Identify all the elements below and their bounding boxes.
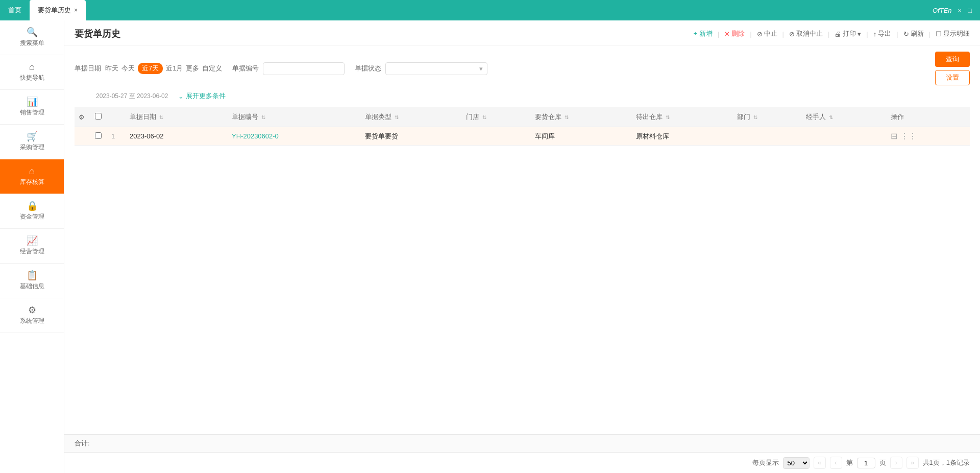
delete-label: 删除	[731, 29, 745, 38]
col-req-wh-label: 要货仓库	[535, 113, 561, 121]
sidebar-item-sales[interactable]: 📊 销售管理	[0, 90, 64, 125]
sidebar-item-basics-label: 基础信息	[20, 282, 44, 291]
sidebar-item-inventory-label: 库存核算	[20, 178, 44, 186]
col-handler-label: 经手人	[806, 113, 826, 121]
sidebar-item-quick-nav[interactable]: ⌂ 快捷导航	[0, 55, 64, 90]
col-settings[interactable]: ⚙	[75, 107, 91, 127]
cancel-suspend-button[interactable]: ⊘ 取消中止	[789, 29, 823, 38]
sidebar-item-sales-label: 销售管理	[20, 108, 44, 117]
date-shortcuts: 昨天 今天 近7天 近1月 更多 自定义	[105, 63, 222, 74]
doc-number-input[interactable]	[263, 62, 345, 75]
col-req-warehouse[interactable]: 要货仓库 ⇅	[531, 107, 632, 127]
export-button[interactable]: ↑ 导出	[873, 29, 892, 38]
table-footer-summary: 合计:	[64, 434, 980, 452]
col-doc-type[interactable]: 单据类型 ⇅	[361, 107, 462, 127]
cell-req-warehouse: 车间库	[531, 127, 632, 146]
tab-requisition-history[interactable]: 要货单历史 ×	[30, 0, 86, 20]
col-date[interactable]: 单据日期 ⇅	[126, 107, 228, 127]
sidebar-item-system[interactable]: ⚙ 系统管理	[0, 298, 64, 333]
often-label[interactable]: OfTEn	[933, 7, 952, 14]
window-maximize-icon[interactable]: □	[968, 7, 972, 14]
filter-row-2: 2023-05-27 至 2023-06-02 ⌄ 展开更多条件	[75, 89, 970, 103]
prev-page-button[interactable]: ‹	[830, 457, 842, 469]
col-pending-warehouse[interactable]: 待出仓库 ⇅	[632, 107, 733, 127]
tab-list: 首页 要货单历史 ×	[0, 0, 86, 20]
sidebar-item-finance[interactable]: 🔒 资金管理	[0, 194, 64, 229]
doc-number-filter-group: 单据编号	[232, 62, 345, 75]
delete-button[interactable]: ✕ 删除	[724, 29, 745, 38]
last-page-button[interactable]: »	[906, 457, 919, 469]
date-last7days[interactable]: 近7天	[138, 63, 163, 74]
date-custom[interactable]: 自定义	[202, 64, 222, 73]
row-checkbox[interactable]	[95, 132, 102, 139]
table-body: 1 2023-06-02 YH-20230602-0 要货单要货 车间库 原材料…	[75, 127, 970, 146]
date-more[interactable]: 更多	[186, 64, 199, 73]
pagination: 每页显示 50 100 200 « ‹ 第 页 › » 共1页，1条记录	[64, 452, 980, 473]
col-handler[interactable]: 经手人 ⇅	[802, 107, 887, 127]
operation-icons: ⊟ ⋮⋮	[891, 131, 966, 141]
next-page-button[interactable]: ›	[890, 457, 902, 469]
sidebar-item-search[interactable]: 🔍 搜索菜单	[0, 20, 64, 55]
cell-doc-no: YH-20230602-0	[228, 127, 361, 146]
date-filter-group: 单据日期 昨天 今天 近7天 近1月 更多 自定义	[75, 63, 222, 74]
cell-date: 2023-06-02	[126, 127, 228, 146]
more-icon[interactable]: ⋮⋮	[900, 131, 917, 141]
export-label: 导出	[878, 29, 891, 38]
sidebar-item-purchase[interactable]: 🛒 采购管理	[0, 125, 64, 159]
sort-pendingwh-icon: ⇅	[666, 114, 670, 120]
show-detail-icon: ☐	[936, 30, 942, 38]
col-op-label: 操作	[891, 113, 904, 121]
first-page-button[interactable]: «	[814, 457, 826, 469]
refresh-icon: ↻	[903, 30, 909, 38]
select-all-checkbox[interactable]	[95, 113, 102, 120]
col-dept-label: 部门	[737, 113, 750, 121]
doc-status-select[interactable]: ▾	[385, 62, 487, 75]
export-icon: ↑	[873, 30, 877, 38]
sidebar-item-operations[interactable]: 📈 经营管理	[0, 229, 64, 264]
window-close-icon[interactable]: ×	[958, 7, 962, 14]
col-date-label: 单据日期	[130, 113, 156, 121]
expand-label: 展开更多条件	[186, 91, 226, 101]
sort-handler-icon: ⇅	[829, 114, 833, 120]
col-doc-no[interactable]: 单据编号 ⇅	[228, 107, 361, 127]
page-label-before: 第	[846, 458, 853, 467]
date-yesterday[interactable]: 昨天	[105, 64, 118, 73]
show-detail-button[interactable]: ☐ 显示明细	[936, 29, 970, 38]
print-button[interactable]: 🖨 打印 ▾	[835, 29, 861, 38]
doc-no-link[interactable]: YH-20230602-0	[232, 132, 279, 140]
tab-home[interactable]: 首页	[0, 0, 30, 20]
col-department[interactable]: 部门 ⇅	[733, 107, 802, 127]
col-doc-no-label: 单据编号	[232, 113, 258, 121]
filter-right-actions: 查询 设置	[935, 52, 970, 85]
cell-settings	[75, 127, 91, 146]
table-row[interactable]: 1 2023-06-02 YH-20230602-0 要货单要货 车间库 原材料…	[75, 127, 970, 146]
col-checkbox	[91, 107, 107, 127]
sort-reqwh-icon: ⇅	[565, 114, 569, 120]
doc-status-filter-group: 单据状态 ▾	[355, 62, 487, 75]
top-bar: 首页 要货单历史 × OfTEn × □	[0, 0, 980, 20]
search-icon: 🔍	[27, 28, 38, 37]
print-dropdown-icon: ▾	[857, 30, 861, 38]
per-page-select[interactable]: 50 100 200	[783, 457, 810, 469]
tab-close-icon[interactable]: ×	[74, 7, 78, 14]
new-button[interactable]: + 新增	[694, 29, 713, 38]
expand-more-button[interactable]: ⌄ 展开更多条件	[178, 91, 226, 101]
cell-pending-warehouse: 原材料仓库	[632, 127, 733, 146]
edit-icon[interactable]: ⊟	[891, 131, 897, 141]
page-number-input[interactable]	[857, 458, 875, 468]
sidebar-item-inventory[interactable]: ⌂ 库存核算	[0, 159, 64, 194]
query-button[interactable]: 查询	[935, 52, 970, 67]
main-layout: 🔍 搜索菜单 ⌂ 快捷导航 📊 销售管理 🛒 采购管理 ⌂ 库存核算 🔒 资金管…	[0, 20, 980, 473]
filter-row-1: 单据日期 昨天 今天 近7天 近1月 更多 自定义 单据编号	[75, 52, 970, 85]
col-doc-type-label: 单据类型	[365, 113, 391, 121]
header-actions: + 新增 | ✕ 删除 | ⊘ 中止 | ⊘ 取消中止 | 🖨	[694, 29, 970, 38]
date-last1month[interactable]: 近1月	[166, 64, 183, 73]
refresh-button[interactable]: ↻ 刷新	[903, 29, 924, 38]
suspend-button[interactable]: ⊘ 中止	[757, 29, 777, 38]
sort-store-icon: ⇅	[482, 114, 486, 120]
date-today[interactable]: 今天	[121, 64, 135, 73]
filter-settings-button[interactable]: 设置	[935, 70, 970, 85]
col-store[interactable]: 门店 ⇅	[462, 107, 531, 127]
sidebar-item-basics[interactable]: 📋 基础信息	[0, 264, 64, 298]
filter-bar: 单据日期 昨天 今天 近7天 近1月 更多 自定义 单据编号	[64, 45, 980, 107]
